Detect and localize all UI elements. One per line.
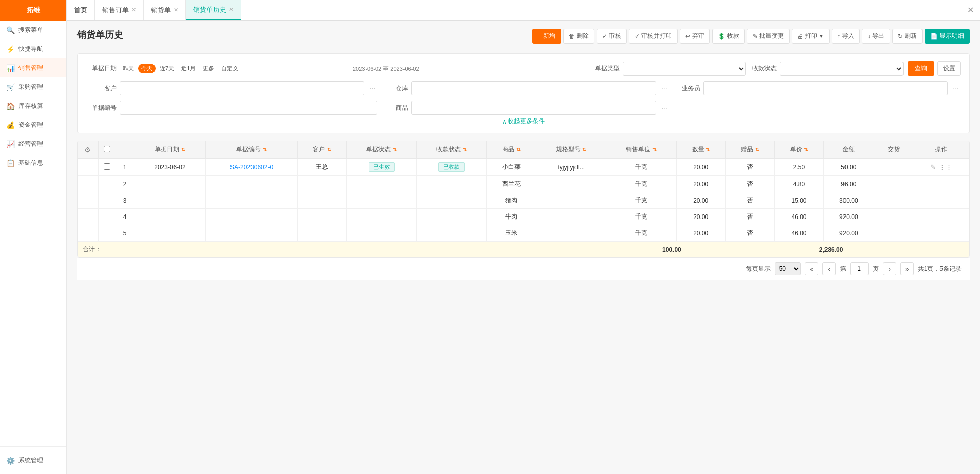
window-close-button[interactable]: ✕ — [961, 5, 980, 15]
show-detail-button[interactable]: 📄 显示明细 — [925, 29, 970, 44]
date-tab-1month[interactable]: 近1月 — [178, 64, 199, 73]
tab-sales-history[interactable]: 销货单历史 ✕ — [186, 0, 241, 20]
tab-home[interactable]: 首页 — [67, 0, 95, 20]
td-check[interactable] — [98, 159, 116, 176]
td-doc-no[interactable] — [206, 225, 297, 242]
th-settings[interactable]: ⚙ — [78, 141, 98, 159]
date-tab-yesterday[interactable]: 昨天 — [120, 64, 137, 73]
audit-print-button[interactable]: ✓ 审核并打印 — [629, 29, 678, 44]
sidebar-item-finance[interactable]: 💰 资金管理 — [0, 115, 66, 134]
sidebar-item-purchase-mgmt[interactable]: 🛒 采购管理 — [0, 77, 66, 96]
new-button[interactable]: + 新增 — [532, 29, 561, 44]
last-page-button[interactable]: » — [900, 262, 914, 275]
sort-customer-icon[interactable]: ⇅ — [327, 147, 331, 152]
sort-price-icon[interactable]: ⇅ — [804, 147, 808, 152]
tab-sales-order[interactable]: 销售订单 ✕ — [95, 0, 144, 20]
th-spec[interactable]: 规格型号 ⇅ — [536, 141, 606, 159]
doc-type-select[interactable] — [623, 62, 746, 76]
th-price[interactable]: 单价 ⇅ — [775, 141, 824, 159]
th-unit[interactable]: 销售单位 ⇅ — [606, 141, 676, 159]
tab-sales-history-close[interactable]: ✕ — [229, 6, 234, 13]
first-page-button[interactable]: « — [805, 262, 818, 275]
query-button[interactable]: 查询 — [908, 61, 934, 76]
td-check[interactable] — [98, 209, 116, 225]
sidebar-item-operation[interactable]: 📈 经营管理 — [0, 134, 66, 153]
th-customer[interactable]: 客户 ⇅ — [297, 141, 347, 159]
warehouse-dots[interactable]: ··· — [659, 84, 669, 92]
customer-input[interactable] — [120, 81, 364, 95]
th-doc-date[interactable]: 单据日期 ⇅ — [134, 141, 206, 159]
page-number-input[interactable] — [850, 262, 869, 275]
next-page-button[interactable]: › — [883, 262, 896, 275]
th-check[interactable] — [98, 141, 116, 159]
settings-button[interactable]: 设置 — [937, 61, 961, 76]
sort-qty-icon[interactable]: ⇅ — [706, 147, 710, 152]
sort-doc-no-icon[interactable]: ⇅ — [263, 147, 267, 152]
sidebar-item-sales-mgmt[interactable]: 📊 销售管理 — [0, 58, 66, 77]
th-payment-status[interactable]: 收款状态 ⇅ — [416, 141, 486, 159]
new-label: 新增 — [543, 32, 555, 41]
th-doc-status[interactable]: 单据状态 ⇅ — [347, 141, 416, 159]
sort-doc-status-icon[interactable]: ⇅ — [393, 147, 397, 152]
goods-dots[interactable]: ··· — [659, 104, 669, 112]
page-size-select[interactable]: 50 10 20 100 — [775, 262, 801, 275]
sort-unit-icon[interactable]: ⇅ — [652, 147, 657, 152]
row-checkbox[interactable] — [104, 163, 110, 170]
td-doc-no[interactable] — [206, 209, 297, 225]
sidebar-item-inventory[interactable]: 🏠 库存核算 — [0, 96, 66, 115]
td-doc-status — [347, 209, 416, 225]
delete-button[interactable]: 🗑 删除 — [563, 29, 594, 44]
sort-goods-icon[interactable]: ⇅ — [516, 147, 521, 152]
sort-payment-status-icon[interactable]: ⇅ — [463, 147, 467, 152]
abandon-button[interactable]: ↩ 弃审 — [680, 29, 710, 44]
import-button[interactable]: ↑ 导入 — [832, 29, 860, 44]
td-doc-no[interactable] — [206, 176, 297, 192]
batch-change-button[interactable]: ✎ 批量变更 — [747, 29, 790, 44]
prev-page-button[interactable]: ‹ — [822, 262, 836, 275]
sidebar-item-search-menu[interactable]: 🔍 搜索菜单 — [0, 21, 66, 40]
print-button[interactable]: 🖨 打印 ▼ — [792, 29, 830, 44]
doc-no-input[interactable] — [120, 101, 377, 115]
date-tab-7days[interactable]: 近7天 — [157, 64, 177, 73]
audit-button[interactable]: ✓ 审核 — [597, 29, 627, 44]
td-check[interactable] — [98, 225, 116, 242]
collect-button[interactable]: 💲 收款 — [712, 29, 745, 44]
date-tab-more[interactable]: 更多 — [200, 64, 217, 73]
td-check[interactable] — [98, 192, 116, 209]
sort-gift-icon[interactable]: ⇅ — [755, 147, 759, 152]
salesperson-dots[interactable]: ··· — [951, 84, 961, 92]
td-doc-no[interactable] — [206, 192, 297, 209]
sort-doc-date-icon[interactable]: ⇅ — [181, 147, 185, 152]
th-qty[interactable]: 数量 ⇅ — [676, 141, 725, 159]
more-icon[interactable]: ⋮⋮ — [939, 163, 952, 171]
customer-dots[interactable]: ··· — [368, 84, 378, 92]
td-price: 4.80 — [775, 176, 824, 192]
collapse-button[interactable]: ∧ 收起更多条件 — [502, 117, 545, 126]
tab-bar: 首页 销售订单 ✕ 销货单 ✕ 销货单历史 ✕ ✕ — [67, 0, 980, 21]
tab-sales-goods-close[interactable]: ✕ — [174, 7, 178, 13]
goods-input[interactable] — [411, 101, 656, 115]
table-settings-icon[interactable]: ⚙ — [84, 146, 91, 154]
th-gift[interactable]: 赠品 ⇅ — [725, 141, 775, 159]
doc-no-link[interactable]: SA-20230602-0 — [230, 164, 273, 171]
sidebar-item-base-info[interactable]: 📋 基础信息 — [0, 153, 66, 172]
sort-spec-icon[interactable]: ⇅ — [582, 147, 586, 152]
tab-sales-order-close[interactable]: ✕ — [131, 7, 136, 13]
th-doc-no[interactable]: 单据编号 ⇅ — [206, 141, 297, 159]
th-goods[interactable]: 商品 ⇅ — [487, 141, 536, 159]
date-tab-custom[interactable]: 自定义 — [218, 64, 241, 73]
tab-sales-goods[interactable]: 销货单 ✕ — [144, 0, 186, 20]
export-button[interactable]: ↓ 导出 — [862, 29, 890, 44]
sidebar-item-sys-mgmt[interactable]: ⚙️ 系统管理 — [0, 451, 66, 470]
td-doc-no[interactable]: SA-20230602-0 — [206, 159, 297, 176]
select-all-checkbox[interactable] — [104, 146, 110, 152]
warehouse-input[interactable] — [411, 81, 656, 95]
edit-icon[interactable]: ✎ — [930, 163, 936, 171]
payment-status-select[interactable] — [780, 62, 904, 76]
date-tab-today[interactable]: 今天 — [138, 64, 156, 73]
sidebar-item-quick-nav[interactable]: ⚡ 快捷导航 — [0, 40, 66, 58]
salesperson-input[interactable] — [703, 81, 948, 95]
refresh-button[interactable]: ↻ 刷新 — [892, 29, 923, 44]
td-check[interactable] — [98, 176, 116, 192]
inventory-icon: 🏠 — [6, 102, 14, 110]
